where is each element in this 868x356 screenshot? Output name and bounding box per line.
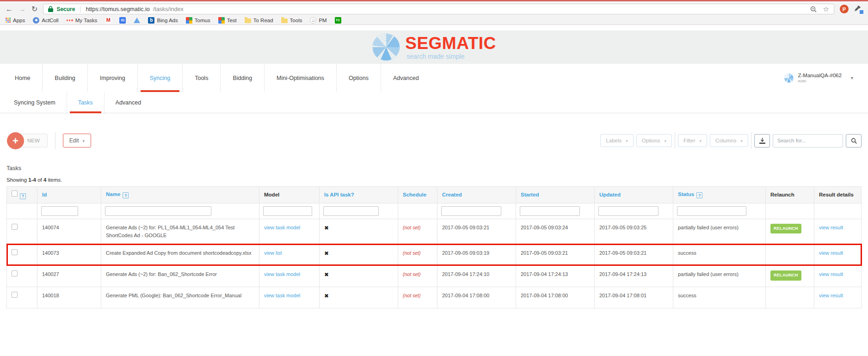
subnav-item-syncing-system[interactable]: Syncing System <box>3 92 67 113</box>
view-list-link[interactable]: view list <box>264 250 282 256</box>
column-header-updated: Updated <box>595 187 673 203</box>
user-avatar-icon <box>784 73 794 83</box>
filter-input-started[interactable] <box>520 206 580 216</box>
forward-icon[interactable]: → <box>18 6 26 13</box>
subnav-item-advanced[interactable]: Advanced <box>104 92 153 113</box>
techcrunch-favicon: TC <box>335 17 341 24</box>
filter-input-id[interactable] <box>41 206 78 216</box>
table-row[interactable]: 140027 Generate Ads (~2) for: Ban_062_Sh… <box>7 265 862 287</box>
folder-icon <box>281 18 288 23</box>
row-checkbox[interactable] <box>12 249 18 255</box>
page-title: Tasks <box>6 165 862 172</box>
column-header-started: Started <box>516 187 595 203</box>
row-checkbox[interactable] <box>12 224 18 230</box>
help-icon[interactable] <box>696 192 702 198</box>
export-download-button[interactable] <box>754 134 770 147</box>
extension-p-icon[interactable]: P <box>840 5 849 13</box>
bookmark-techcrunch[interactable]: TC <box>335 17 341 24</box>
nav-item-mini-optimisations[interactable]: Mini-Optimisations <box>264 64 336 92</box>
is-api-task-no-icon: ✖ <box>320 265 398 287</box>
nav-item-options[interactable]: Options <box>336 64 381 92</box>
edit-dropdown-button[interactable]: Edit <box>63 134 91 147</box>
view-task-model-link[interactable]: view task model <box>264 225 300 230</box>
color-squares-icon <box>186 17 192 24</box>
options-dropdown-button[interactable]: Options <box>636 134 672 147</box>
relaunch-button[interactable]: RELAUNCH <box>770 224 801 234</box>
bookmark-star-icon[interactable]: ☆ <box>823 6 829 12</box>
browser-chrome: ← → ↻ Secure https://tomus.segmatic.io/t… <box>0 0 868 25</box>
help-icon[interactable] <box>20 193 26 199</box>
actcoll-favicon <box>33 17 39 24</box>
tasks-table: Id Name Model Is API task? Schedule Crea… <box>6 186 862 308</box>
nav-item-building[interactable]: Building <box>42 64 87 92</box>
browser-toolbar: ← → ↻ Secure https://tomus.segmatic.io/t… <box>0 2 868 16</box>
toolbar-separator <box>55 133 55 148</box>
bookmark-actcoll[interactable]: ActColl <box>33 17 58 24</box>
table-header-row: Id Name Model Is API task? Schedule Crea… <box>7 187 862 203</box>
bookmark-tools[interactable]: Tools <box>281 17 302 23</box>
column-header-is-api-task: Is API task? <box>320 187 398 203</box>
nav-item-syncing[interactable]: Syncing <box>137 64 182 92</box>
gmail-favicon: M <box>105 17 111 24</box>
subnav-item-tasks[interactable]: Tasks <box>67 92 104 113</box>
bookmark-tomus[interactable]: Tomus <box>186 17 210 24</box>
relaunch-button[interactable]: RELAUNCH <box>770 270 801 281</box>
column-header-name: Name <box>101 187 259 203</box>
nav-item-bidding[interactable]: Bidding <box>220 64 264 92</box>
user-menu[interactable]: Z-ManualQA-#062 #280 ▼ <box>784 64 854 92</box>
status-text: partially failed (user errors) <box>673 219 766 244</box>
bookmark-apps[interactable]: Apps <box>6 18 25 23</box>
status-text: partially failed (user errors) <box>673 265 766 287</box>
filter-input-created[interactable] <box>441 206 501 216</box>
view-result-link[interactable]: view result <box>819 250 843 256</box>
lock-icon <box>48 6 53 12</box>
secure-label: Secure <box>56 6 75 12</box>
new-button[interactable]: + NEW <box>14 134 48 147</box>
view-result-link[interactable]: view result <box>819 293 843 298</box>
view-result-link[interactable]: view result <box>819 225 843 230</box>
filter-input-updated[interactable] <box>598 206 659 216</box>
bookmark-pm[interactable]: ☺ PM <box>310 17 326 24</box>
table-row[interactable]: 140074 Generate Ads (~2) for: PL1_054-ML… <box>7 219 862 244</box>
filter-dropdown-button[interactable]: Filter <box>678 134 707 147</box>
back-icon[interactable]: ← <box>6 6 13 13</box>
table-row[interactable]: 140018 Generate PML (Google): Ban_062_Sh… <box>7 287 862 308</box>
search-input[interactable] <box>773 134 843 147</box>
filter-input-model[interactable] <box>263 206 312 216</box>
nav-item-improving[interactable]: Improving <box>87 64 137 92</box>
chevron-down-icon: ▼ <box>850 76 854 80</box>
row-checkbox[interactable] <box>12 292 18 298</box>
column-header-id: Id <box>37 187 101 203</box>
reload-icon[interactable]: ↻ <box>31 6 37 13</box>
nav-item-home[interactable]: Home <box>3 64 42 92</box>
bookmark-test[interactable]: Test <box>218 17 237 24</box>
toolbar-separator <box>751 133 751 148</box>
help-icon[interactable] <box>123 192 129 198</box>
bookmark-gmail[interactable]: M <box>105 17 111 24</box>
bookmark-bing-ads[interactable]: b Bing Ads <box>148 17 178 24</box>
labels-dropdown-button[interactable]: Labels <box>600 134 633 147</box>
columns-dropdown-button[interactable]: Columns <box>710 134 748 147</box>
bookmark-to-read[interactable]: To Read <box>245 17 273 23</box>
filter-input-name[interactable] <box>105 206 211 216</box>
select-all-checkbox[interactable] <box>12 190 18 196</box>
view-result-link[interactable]: view result <box>819 271 843 277</box>
bookmark-calendar[interactable]: 31 <box>119 17 126 24</box>
nav-item-tools[interactable]: Tools <box>182 64 220 92</box>
bookmark-my-tasks[interactable]: My Tasks <box>67 17 98 24</box>
view-task-model-link[interactable]: view task model <box>264 271 300 277</box>
user-id: #280 <box>798 79 842 84</box>
filter-input-is-api-task[interactable] <box>323 206 379 216</box>
filter-input-status[interactable] <box>677 206 746 216</box>
view-task-model-link[interactable]: view task model <box>264 293 300 298</box>
table-row-highlighted[interactable]: 140073 Create Expanded Ad Copy from docu… <box>7 244 862 265</box>
nav-item-advanced[interactable]: Advanced <box>381 64 431 92</box>
eyedropper-extension-icon[interactable] <box>854 5 862 13</box>
address-bar[interactable]: Secure https://tomus.segmatic.io/tasks/i… <box>43 4 834 14</box>
column-header-model: Model <box>259 187 320 203</box>
analytics-triangle-icon <box>134 18 140 23</box>
bookmark-analytics[interactable] <box>134 18 140 23</box>
search-button[interactable] <box>846 134 862 147</box>
zoom-out-icon[interactable] <box>810 6 817 12</box>
row-checkbox[interactable] <box>12 270 18 276</box>
